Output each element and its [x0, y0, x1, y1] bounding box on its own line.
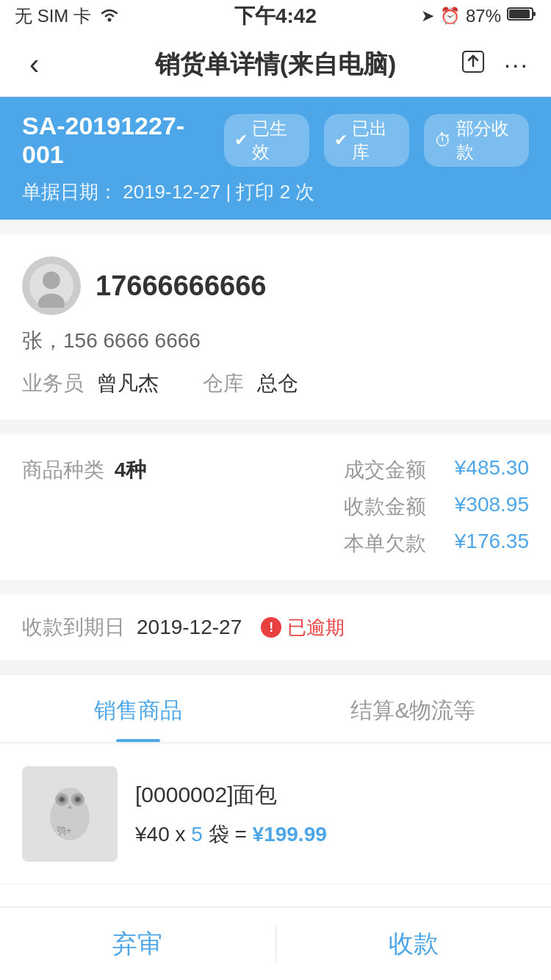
debt-row: 本单欠款 ¥176.35 [344, 530, 529, 558]
status-bar-time: 下午4:42 [234, 2, 317, 30]
order-header-row1: SA-20191227-001 ✔ 已生效 ✔ 已出库 ⏱ 部分收款 [22, 112, 529, 169]
badge-activated: ✔ 已生效 [224, 114, 309, 167]
product-type-value: 4种 [115, 458, 147, 481]
warehouse-label: 仓库 [203, 372, 244, 394]
product-info-bread: [0000002]面包 ¥40 x 5 袋 = ¥199.99 [135, 780, 529, 849]
tabs-row: 销售商品 结算&物流等 [0, 675, 551, 742]
product-code-bread: [0000002] [135, 782, 233, 807]
svg-point-15 [76, 798, 79, 801]
tab-settlement-logistics-label: 结算&物流等 [350, 698, 475, 722]
share-icon[interactable] [460, 48, 486, 81]
svg-point-6 [43, 272, 60, 289]
debt-label: 本单欠款 [344, 530, 426, 558]
doc-date-label: 单据日期： [22, 181, 118, 203]
badge-out-stock: ✔ 已出库 [324, 114, 409, 167]
product-image-bread: 鸮+ [22, 766, 118, 862]
customer-meta: 业务员 曾凡杰 仓库 总仓 [22, 370, 529, 397]
bottom-toolbar: 弃审 收款 [0, 907, 551, 980]
warehouse-name: 总仓 [257, 372, 298, 394]
cancel-audit-button[interactable]: 弃审 [0, 912, 276, 976]
more-icon[interactable]: ··· [504, 50, 529, 79]
product-total-bread: ¥199.99 [253, 823, 327, 846]
amount-label: 成交金额 [344, 456, 426, 484]
order-header-banner: SA-20191227-001 ✔ 已生效 ✔ 已出库 ⏱ 部分收款 单据日期：… [0, 97, 551, 220]
badge-activated-text: 已生效 [252, 117, 299, 164]
amount-row: 成交金额 ¥485.30 [344, 456, 529, 484]
due-date-label: 收款到期日 [22, 613, 125, 641]
svg-point-0 [108, 18, 112, 22]
tab-sales-products[interactable]: 销售商品 [0, 675, 276, 742]
svg-text:鸮+: 鸮+ [57, 826, 71, 836]
tab-sales-products-label: 销售商品 [94, 698, 182, 722]
financial-summary: 成交金额 ¥485.30 收款金额 ¥308.95 本单欠款 ¥176.35 [344, 456, 529, 558]
svg-rect-3 [509, 10, 530, 18]
warehouse-info: 仓库 总仓 [203, 370, 298, 397]
tab-settlement-logistics[interactable]: 结算&物流等 [276, 675, 551, 742]
status-bar: 无 SIM 卡 下午4:42 ➤ ⏰ 87% [0, 0, 551, 32]
page-title: 销货单详情(来自电脑) [155, 48, 397, 82]
print-info: | 打印 2 次 [226, 181, 314, 203]
check-icon-1: ✔ [234, 131, 248, 150]
product-qty-bread: 5 [191, 823, 203, 846]
check-icon-2: ✔ [334, 131, 347, 150]
overdue-icon: ! [261, 617, 281, 638]
received-row: 收款金额 ¥308.95 [344, 493, 529, 521]
battery-level: 87% [466, 6, 501, 26]
badge-partial-payment: ⏱ 部分收款 [424, 114, 529, 167]
summary-section: 商品种类 4种 成交金额 ¥485.30 收款金额 ¥308.95 本单欠款 ¥… [0, 434, 551, 580]
customer-phone: 17666666666 [96, 270, 266, 302]
tabs-section: 销售商品 结算&物流等 [0, 675, 551, 743]
avatar [22, 256, 81, 315]
doc-date-value: 2019-12-27 [123, 181, 220, 203]
received-label: 收款金额 [344, 493, 426, 521]
staff-label: 业务员 [22, 372, 84, 394]
badge-partial-payment-text: 部分收款 [456, 117, 519, 164]
overdue-badge: ! 已逾期 [261, 615, 345, 641]
product-unit-price-bread: ¥40 [135, 823, 170, 846]
product-name-bread: [0000002]面包 [135, 780, 529, 810]
overdue-text: 已逾期 [287, 615, 345, 641]
sim-status: 无 SIM 卡 [15, 4, 91, 28]
order-id: SA-20191227-001 [22, 112, 209, 169]
clock-icon: ⏱ [434, 130, 452, 151]
nav-right-actions: ··· [460, 48, 529, 81]
status-bar-left: 无 SIM 卡 [15, 4, 120, 28]
staff-name: 曾凡杰 [97, 372, 159, 394]
wifi-icon [98, 6, 120, 26]
customer-sub-name: 张，156 6666 6666 [22, 327, 529, 355]
badge-out-stock-text: 已出库 [352, 117, 399, 164]
nav-bar: ‹ 销货单详情(来自电脑) ··· [0, 32, 551, 97]
debt-value: ¥176.35 [441, 530, 529, 558]
avatar-icon [29, 264, 73, 308]
product-price-bread: ¥40 x 5 袋 = ¥199.99 [135, 821, 529, 849]
alarm-icon: ⏰ [440, 7, 460, 26]
owl-placeholder: 鸮+ [22, 766, 118, 862]
svg-rect-2 [533, 12, 536, 16]
due-date-value: 2019-12-27 [137, 616, 242, 639]
received-value: ¥308.95 [441, 493, 529, 521]
product-type-label: 商品种类 [22, 458, 104, 481]
status-bar-right: ➤ ⏰ 87% [421, 6, 536, 26]
battery-icon [507, 6, 536, 26]
due-date-section: 收款到期日 2019-12-27 ! 已逾期 [0, 594, 551, 660]
order-doc-date-row: 单据日期： 2019-12-27 | 打印 2 次 [22, 179, 529, 205]
staff-info: 业务员 曾凡杰 [22, 370, 159, 397]
product-type-info: 商品种类 4种 [22, 456, 146, 484]
product-item: 鸮+ [0000002]面包 ¥40 x 5 袋 = ¥199.99 [0, 744, 551, 884]
location-icon: ➤ [421, 7, 434, 26]
amount-value: ¥485.30 [441, 456, 529, 484]
svg-point-14 [60, 798, 64, 801]
owl-icon: 鸮+ [37, 781, 103, 847]
back-button[interactable]: ‹ [22, 40, 46, 88]
collect-payment-button[interactable]: 收款 [276, 912, 552, 976]
customer-top: 17666666666 [22, 256, 529, 315]
customer-section: 17666666666 张，156 6666 6666 业务员 曾凡杰 仓库 总… [0, 234, 551, 419]
